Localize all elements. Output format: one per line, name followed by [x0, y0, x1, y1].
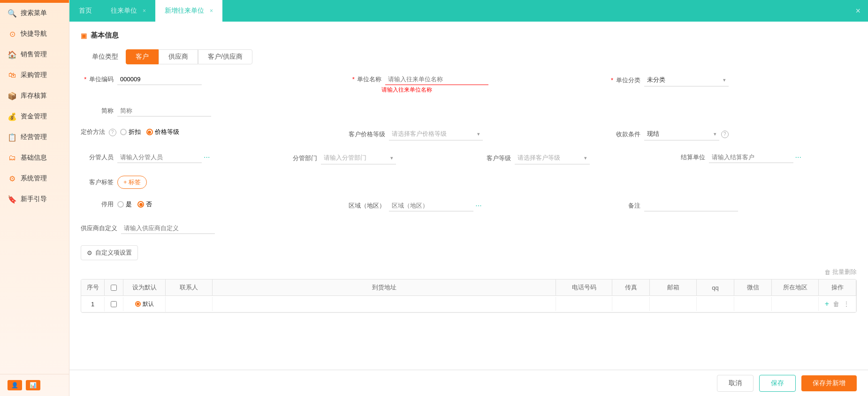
- custom-settings-icon: ⚙: [87, 249, 92, 256]
- sidebar-item-search[interactable]: 🔍 搜索菜单: [0, 3, 69, 23]
- row-1-fax-input[interactable]: [615, 301, 647, 307]
- type-btn-both[interactable]: 客户/供应商: [198, 49, 252, 64]
- cell-qq-1: [697, 297, 734, 311]
- row-1-drag-handle[interactable]: ⋮: [843, 300, 850, 308]
- disabled-no-inner: [139, 203, 143, 206]
- sidebar-item-basic-info-label: 基础信息: [21, 154, 47, 162]
- sidebar-item-inventory[interactable]: 📦 库存核算: [0, 85, 69, 106]
- row-1-wechat-input[interactable]: [737, 301, 769, 307]
- form-area: ▣ 基本信息 单位类型 客户 供应商 客户/供应商 * 单位编码 *: [69, 22, 868, 370]
- save-button[interactable]: 保存: [759, 375, 796, 392]
- department-chevron: ▾: [390, 155, 393, 161]
- row-1-delete-btn[interactable]: 🗑: [833, 300, 839, 308]
- row-1-checkbox[interactable]: [111, 301, 117, 307]
- row-1-add-btn[interactable]: +: [825, 300, 829, 308]
- col-header-contact: 联系人: [166, 280, 213, 295]
- row-1-address-input[interactable]: [215, 301, 553, 307]
- disabled-yes-radio[interactable]: 是: [117, 200, 132, 209]
- field-disabled: 停用 是 否: [81, 200, 339, 209]
- add-tag-button[interactable]: + 标签: [117, 176, 147, 189]
- region-input[interactable]: [389, 200, 473, 211]
- cancel-button[interactable]: 取消: [717, 375, 754, 392]
- disabled-no-radio[interactable]: 否: [137, 200, 152, 209]
- batch-delete-label[interactable]: 批量删除: [832, 268, 857, 276]
- table-header: 序号 设为默认 联系人 到货地址 电话号码 传真 邮箱 qq 微信 所在地区 操…: [81, 280, 856, 296]
- pricing-level-label: 价格等级: [155, 128, 179, 136]
- remark-input[interactable]: [644, 200, 738, 211]
- payment-terms-help-icon[interactable]: ?: [721, 131, 729, 138]
- search-icon: 🔍: [8, 8, 17, 18]
- sidebar-item-quick-nav[interactable]: ⊙ 快捷导航: [0, 23, 69, 44]
- tab-units-close[interactable]: ×: [143, 8, 146, 14]
- unit-type-label: 单位类型: [81, 53, 118, 61]
- unit-category-select[interactable]: 未分类 ▾: [644, 74, 729, 86]
- department-placeholder: 请输入分管部门: [324, 154, 388, 162]
- pricing-discount-radio[interactable]: 折扣: [120, 128, 141, 136]
- finance-icon: 💰: [8, 112, 17, 121]
- tab-units[interactable]: 往来单位 ×: [101, 0, 155, 22]
- sidebar-item-finance[interactable]: 💰 资金管理: [0, 106, 69, 127]
- sidebar-item-purchase[interactable]: 🛍 采购管理: [0, 65, 69, 85]
- unit-code-input[interactable]: [117, 74, 202, 85]
- field-supplier-custom: 供应商自定义: [81, 223, 857, 234]
- settlement-unit-dots[interactable]: ···: [795, 153, 801, 162]
- cell-default-1: 默认: [123, 296, 166, 312]
- region-dots[interactable]: ···: [475, 202, 481, 210]
- tab-new-unit[interactable]: 新增往来单位 ×: [155, 0, 222, 22]
- disabled-no-label: 否: [146, 200, 152, 209]
- sidebar-item-basic-info[interactable]: 🗂 基础信息: [0, 148, 69, 168]
- customer-level-placeholder: 请选择客户等级: [518, 154, 582, 162]
- save-add-button[interactable]: 保存并新增: [801, 375, 857, 391]
- sidebar-item-guide-label: 新手引导: [21, 195, 47, 203]
- pricing-level-radio[interactable]: 价格等级: [146, 128, 179, 136]
- row-disabled-region: 停用 是 否 区域（地区） ···: [81, 200, 857, 213]
- sidebar-item-operations[interactable]: 📋 经营管理: [0, 127, 69, 148]
- window-close-btn[interactable]: ×: [855, 6, 860, 16]
- customer-price-level-select[interactable]: 请选择客户价格等级 ▾: [389, 128, 483, 140]
- cell-region-1: [772, 297, 819, 311]
- sidebar-item-guide[interactable]: 🔖 新手引导: [0, 189, 69, 210]
- settlement-unit-input[interactable]: [709, 152, 793, 163]
- department-select[interactable]: 请输入分管部门 ▾: [321, 152, 396, 164]
- supervisor-dots[interactable]: ···: [204, 153, 210, 162]
- sidebar-item-system[interactable]: ⚙ 系统管理: [0, 168, 69, 189]
- unit-name-input[interactable]: [385, 74, 488, 85]
- supervisor-input[interactable]: [117, 152, 202, 163]
- col-header-qq: qq: [697, 280, 734, 295]
- customer-level-select[interactable]: 请选择客户等级 ▾: [515, 152, 590, 164]
- row-1-region-input[interactable]: [775, 301, 815, 307]
- guide-icon: 🔖: [8, 194, 17, 204]
- row-1-email-input[interactable]: [653, 301, 693, 307]
- operations-icon: 📋: [8, 132, 17, 142]
- disabled-yes-label: 是: [126, 200, 132, 209]
- sidebar-stats-btn[interactable]: 📊: [26, 380, 40, 390]
- col-header-address: 到货地址: [213, 280, 556, 295]
- tab-home[interactable]: 首页: [69, 0, 101, 22]
- custom-settings-button[interactable]: ⚙ 自定义项设置: [81, 245, 138, 260]
- field-pricing-method: 定价方法 ? 折扣 价格等级: [81, 128, 339, 136]
- sidebar-item-inventory-label: 库存核算: [21, 92, 47, 100]
- table-select-all[interactable]: [111, 285, 117, 291]
- sidebar-user-btn[interactable]: 👤: [8, 380, 22, 390]
- field-short-name: 简称: [81, 105, 857, 116]
- payment-terms-select[interactable]: 现结 ▾: [644, 128, 719, 140]
- short-name-input[interactable]: [117, 105, 211, 116]
- row-1-contact-input[interactable]: [168, 301, 209, 307]
- sidebar-item-sales[interactable]: 🏠 销售管理: [0, 44, 69, 65]
- settlement-unit-label: 结算单位: [672, 153, 705, 162]
- supplier-custom-input[interactable]: [121, 223, 215, 234]
- pricing-help-icon[interactable]: ?: [109, 129, 116, 136]
- tab-bar: 首页 往来单位 × 新增往来单位 × ×: [69, 0, 868, 22]
- pricing-method-label: 定价方法 ?: [81, 128, 116, 136]
- tab-new-unit-close[interactable]: ×: [210, 8, 213, 14]
- pricing-discount-label: 折扣: [129, 128, 141, 136]
- customer-price-level-chevron: ▾: [477, 131, 480, 137]
- pricing-discount-radio-outer: [120, 129, 127, 135]
- type-btn-supplier[interactable]: 供应商: [159, 49, 198, 64]
- row-1-qq-input[interactable]: [700, 301, 731, 307]
- row-1-phone-input[interactable]: [559, 301, 609, 307]
- cell-address-1: [213, 297, 556, 311]
- table-row: 1 默认: [81, 296, 856, 312]
- type-btn-customer[interactable]: 客户: [126, 49, 159, 64]
- row-1-default-radio[interactable]: 默认: [135, 300, 154, 308]
